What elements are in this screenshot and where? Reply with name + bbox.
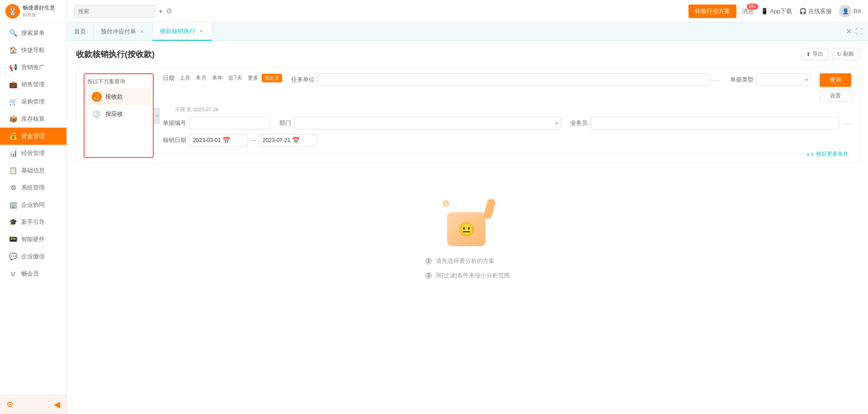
step-1-num: 1 bbox=[425, 257, 432, 265]
tab-expand-button[interactable]: ⛶ bbox=[854, 27, 863, 37]
counterparty-more-icon[interactable]: ··· bbox=[712, 75, 721, 84]
system-label: 系统管理 bbox=[21, 184, 45, 192]
page-title: 收款核销执行(按收款) bbox=[76, 49, 155, 60]
message-button[interactable]: 消息 99+ bbox=[742, 7, 754, 15]
app-edition: 标准版 bbox=[23, 12, 55, 18]
export-button[interactable]: ⬆ 导出 bbox=[801, 48, 828, 60]
logo-icon: 🐰 bbox=[5, 4, 20, 19]
receivable-option-icon: 🕐 bbox=[92, 109, 102, 119]
header-search-area: ▾ ⚙ bbox=[74, 5, 683, 18]
query-button[interactable]: 查询 bbox=[820, 73, 851, 87]
date-tab-this-month[interactable]: 本月 bbox=[193, 73, 209, 83]
dept-field: 部门 ▾ bbox=[279, 117, 561, 129]
date-unlimit-display: 不限 至 2023-07-26 bbox=[175, 106, 851, 113]
sidebar-item-search[interactable]: 🔍搜索菜单 bbox=[0, 24, 66, 42]
date-tab-this-year[interactable]: 本年 bbox=[210, 73, 225, 83]
marketing-icon: 📢 bbox=[9, 63, 18, 71]
doc-type-select[interactable] bbox=[756, 73, 811, 86]
counterparty-field: 往来单位 ··· bbox=[291, 73, 721, 86]
refresh-icon: ↻ bbox=[837, 51, 841, 57]
app-name: 畅捷通好生意 bbox=[23, 5, 55, 12]
app-download-link[interactable]: 📱 App下载 bbox=[761, 7, 792, 15]
sidebar-item-guide[interactable]: 🎓新手引导 bbox=[0, 214, 66, 231]
step-1-text: 请先选择要分析的方案 bbox=[436, 255, 495, 267]
purchase-label: 采购管理 bbox=[21, 98, 45, 106]
doc-no-field: 单据编号 bbox=[163, 117, 270, 129]
quick-icon: 🏠 bbox=[9, 46, 18, 54]
sidebar-item-hardware[interactable]: 📟智能硬件 bbox=[0, 231, 66, 248]
receivable-option-label: 按应收 bbox=[105, 110, 123, 118]
system-icon: ⚙ bbox=[9, 184, 18, 192]
sidebar-item-marketing[interactable]: 📢营销推广 bbox=[0, 59, 66, 76]
verify-date-row: 核销日期 2023-03-01 📅 — 2023-07-21 📅 bbox=[163, 134, 851, 147]
wechat-label: 企业微信 bbox=[21, 252, 45, 261]
counterparty-label: 往来单位 bbox=[291, 76, 315, 84]
doc-no-label: 单据编号 bbox=[163, 119, 186, 127]
filter-collapse-handle[interactable]: ‹‹ bbox=[154, 108, 160, 124]
page-title-bar: 收款核销执行(按收款) ⬆ 导出 ↻ 刷新 bbox=[76, 48, 859, 60]
online-service-link[interactable]: 🎧 在线客服 bbox=[799, 7, 832, 15]
tab-collection-close[interactable]: × bbox=[198, 28, 204, 34]
sidebar: 🐰 畅捷通好生意 标准版 🔍搜索菜单🏠快捷导航📢营销推广💼销售管理🛒采购管理📦库… bbox=[0, 0, 67, 414]
date-label: 日期 bbox=[163, 74, 175, 82]
sidebar-item-operations[interactable]: 📊经营管理 bbox=[0, 145, 66, 162]
verify-date-start-cal[interactable]: 📅 bbox=[222, 137, 230, 144]
tab-collection[interactable]: 收款核销执行 × bbox=[153, 23, 212, 41]
staff-more-icon[interactable]: ··· bbox=[842, 119, 851, 128]
quick-label: 快捷导航 bbox=[21, 46, 45, 54]
sidebar-item-quick[interactable]: 🏠快捷导航 bbox=[0, 42, 66, 59]
date-filter-field: 日期 上月 本月 本年 近7天 更多 自定义 bbox=[163, 73, 282, 83]
guide-label: 新手引导 bbox=[21, 218, 45, 226]
tab-prepay[interactable]: 预付冲应付单 × bbox=[94, 23, 153, 41]
page-container: 收款核销执行(按收款) ⬆ 导出 ↻ 刷新 按以下方案查询 bbox=[67, 41, 868, 414]
search-icon: 🔍 bbox=[9, 29, 18, 37]
sidebar-item-sales[interactable]: 💼销售管理 bbox=[0, 76, 66, 93]
date-tab-7days[interactable]: 近7天 bbox=[226, 73, 245, 83]
sidebar-item-inventory[interactable]: 📦库存核算 bbox=[0, 110, 66, 128]
tab-close-button[interactable]: ✕ bbox=[845, 26, 853, 37]
tab-prepay-close[interactable]: × bbox=[139, 29, 145, 35]
empty-state: 😐 1 请先选择要分析的方案 2 用[过滤]条件来缩小分析范围 bbox=[76, 169, 859, 309]
sidebar-bottom: ⚙ ◀ bbox=[0, 395, 66, 414]
filter-option-receivable[interactable]: 🕐 按应收 bbox=[87, 105, 150, 123]
header-search-input[interactable] bbox=[74, 5, 156, 18]
header-gear-icon[interactable]: ⚙ bbox=[166, 7, 172, 15]
collapse-more-btn[interactable]: ∧∧ 收起更多条件 bbox=[803, 150, 851, 158]
step-2-num: 2 bbox=[425, 272, 432, 279]
receipt-option-label: 按收款 bbox=[105, 93, 123, 101]
sidebar-item-system[interactable]: ⚙系统管理 bbox=[0, 179, 66, 196]
setting-button[interactable]: 设置 bbox=[820, 90, 851, 102]
header-dropdown-icon[interactable]: ▾ bbox=[159, 8, 162, 15]
refresh-button[interactable]: ↻ 刷新 bbox=[832, 48, 859, 60]
receipt-option-icon: 💰 bbox=[92, 92, 102, 102]
date-tab-last-month[interactable]: 上月 bbox=[177, 73, 193, 83]
sidebar-nav: 🔍搜索菜单🏠快捷导航📢营销推广💼销售管理🛒采购管理📦库存核算💰资金管理📊经营管理… bbox=[0, 23, 66, 395]
filter-row-2: 单据编号 部门 ▾ 业务员 bbox=[163, 117, 851, 129]
sales-icon: 💼 bbox=[9, 81, 18, 89]
date-tab-custom[interactable]: 自定义 bbox=[262, 74, 282, 82]
verify-date-start: 2023-03-01 bbox=[193, 137, 221, 143]
service-icon: 🎧 bbox=[799, 8, 807, 14]
collapse-sidebar-icon[interactable]: ◀ bbox=[54, 400, 60, 409]
empty-illustration: 😐 bbox=[440, 196, 495, 246]
verify-date-end-cal[interactable]: 📅 bbox=[292, 137, 300, 144]
sidebar-item-enterprise[interactable]: 🏢企业协同 bbox=[0, 196, 66, 214]
solution-button[interactable]: 休验行业方案 bbox=[689, 5, 736, 18]
sidebar-item-purchase[interactable]: 🛒采购管理 bbox=[0, 93, 66, 110]
wechat-icon: 💬 bbox=[9, 252, 18, 261]
filter-option-receipt[interactable]: 💰 按收款 bbox=[87, 88, 150, 105]
sidebar-item-member[interactable]: V畅会员 bbox=[0, 265, 66, 282]
sidebar-item-basic[interactable]: 📋基础信息 bbox=[0, 162, 66, 179]
date-tab-more[interactable]: 更多 bbox=[245, 73, 261, 83]
user-avatar[interactable]: 👤 Rit bbox=[839, 5, 861, 18]
tab-home[interactable]: 首页 bbox=[67, 23, 94, 41]
sidebar-item-finance[interactable]: 💰资金管理 bbox=[0, 128, 66, 145]
sidebar-item-wechat[interactable]: 💬企业微信 bbox=[0, 248, 66, 265]
settings-icon[interactable]: ⚙ bbox=[6, 400, 14, 409]
sales-label: 销售管理 bbox=[21, 81, 45, 89]
verify-date-end: 2023-07-21 bbox=[263, 137, 290, 143]
message-badge: 99+ bbox=[747, 4, 758, 10]
doc-type-field: 单据类型 ▾ bbox=[730, 73, 811, 86]
page-content: 收款核销执行(按收款) ⬆ 导出 ↻ 刷新 按以下方案查询 bbox=[67, 41, 868, 414]
hardware-label: 智能硬件 bbox=[21, 235, 45, 243]
